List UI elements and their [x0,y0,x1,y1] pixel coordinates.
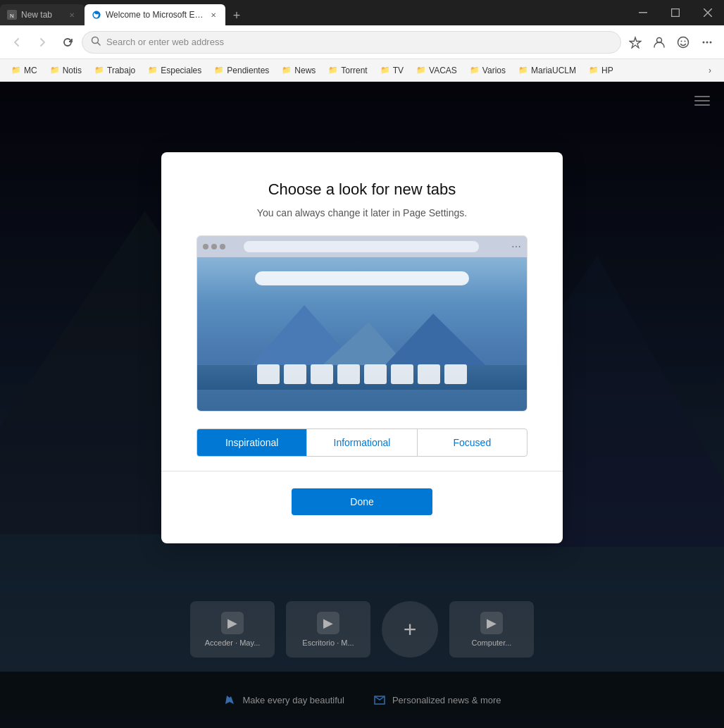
address-bar-text: Search or enter web address [106,37,224,47]
svg-point-12 [703,41,705,43]
tab-new-tab[interactable]: N New tab ✕ [0,4,85,25]
toolbar: Search or enter web address [0,25,724,59]
bookmark-hp[interactable]: 📁 HP [583,64,619,77]
preview-tile-5 [364,364,387,384]
preview-tile-1 [257,364,280,384]
tab-new-tab-close[interactable]: ✕ [66,9,77,20]
preview-tiles [257,364,467,384]
preview-tile-8 [444,364,467,384]
folder-icon-notis: 📁 [50,66,60,75]
bookmark-pendientes[interactable]: 📁 Pendientes [208,64,275,77]
preview-address-bar [244,241,479,252]
dialog-preview: ⋯ [196,235,528,412]
search-icon [91,36,101,48]
favorites-button[interactable] [624,31,647,54]
bookmark-hp-label: HP [601,66,613,75]
bookmark-pendientes-label: Pendientes [227,66,269,75]
bookmark-vacas[interactable]: 📁 VACAS [411,64,463,77]
svg-rect-2 [639,12,647,13]
preview-tile-6 [391,364,413,384]
preview-browser-bar: ⋯ [197,236,527,257]
folder-icon-torrent: 📁 [328,66,338,75]
preview-tile-7 [418,364,440,384]
bookmarks-bar: 📁 MC 📁 Notis 📁 Trabajo 📁 Especiales 📁 Pe… [0,59,724,82]
bookmark-mariauclm[interactable]: 📁 MariaUCLM [513,64,582,77]
back-button[interactable] [6,31,28,54]
new-tab-favicon: N [7,10,17,20]
preview-tile-2 [284,364,306,384]
tab-strip: N New tab ✕ Welcome to Microsoft Edge Be… [0,0,627,25]
forward-button[interactable] [31,31,54,54]
dialog-subtitle: You can always change it later in Page S… [196,207,528,218]
svg-rect-3 [672,9,680,17]
bookmarks-more-button[interactable]: › [701,62,718,79]
bookmark-torrent-label: Torrent [341,66,367,75]
svg-point-13 [706,41,709,43]
preview-nav-dot-3 [220,244,225,249]
bookmark-varios[interactable]: 📁 Varios [464,64,511,77]
svg-text:N: N [10,13,14,19]
maximize-button[interactable] [659,0,692,25]
dialog-title: Choose a look for new tabs [196,180,528,199]
bookmark-notis[interactable]: 📁 Notis [44,64,87,77]
bookmark-notis-label: Notis [63,66,82,75]
close-button[interactable] [692,0,724,25]
more-button[interactable] [696,31,718,54]
folder-icon-pendientes: 📁 [214,66,224,75]
option-focused[interactable]: Focused [418,429,527,456]
bookmark-trabajo-label: Trabajo [107,66,135,75]
bookmark-varios-label: Varios [482,66,506,75]
done-button[interactable]: Done [292,488,432,515]
option-informational[interactable]: Informational [307,429,417,456]
preview-tile-3 [311,364,333,384]
dialog: Choose a look for new tabs You can alway… [161,152,563,543]
bookmark-tv-label: TV [393,66,404,75]
preview-nav-dot-1 [203,244,208,249]
folder-icon-varios: 📁 [470,66,480,75]
new-tab-button[interactable]: + [227,6,246,25]
bookmark-especiales[interactable]: 📁 Especiales [142,64,207,77]
bookmark-vacas-label: VACAS [429,66,457,75]
bookmark-mc[interactable]: 📁 MC [6,64,43,77]
preview-nav-dots [203,244,225,249]
svg-point-11 [685,40,686,42]
bookmark-trabajo[interactable]: 📁 Trabajo [89,64,141,77]
folder-icon-hp: 📁 [589,66,599,75]
folder-icon-especiales: 📁 [148,66,158,75]
tab-edge-welcome-close[interactable]: ✕ [208,9,218,20]
tab-new-tab-label: New tab [21,10,52,20]
folder-icon-tv: 📁 [380,66,390,75]
layout-options: Inspirational Informational Focused [196,428,528,457]
preview-menu-icon: ⋯ [511,241,521,252]
emoji-button[interactable] [672,31,694,54]
bookmark-news[interactable]: 📁 News [276,64,321,77]
bookmark-news-label: News [294,66,316,75]
dialog-overlay: Choose a look for new tabs You can alway… [0,82,724,728]
title-bar: N New tab ✕ Welcome to Microsoft Edge Be… [0,0,724,25]
folder-icon-mariauclm: 📁 [518,66,528,75]
dialog-divider [161,471,563,471]
tab-edge-welcome[interactable]: Welcome to Microsoft Edge Bet... ✕ [85,4,225,25]
minimize-button[interactable] [627,0,659,25]
option-inspirational[interactable]: Inspirational [197,429,307,456]
bookmark-torrent[interactable]: 📁 Torrent [323,64,373,77]
folder-icon-trabajo: 📁 [94,66,104,75]
bookmark-especiales-label: Especiales [161,66,201,75]
reload-button[interactable] [56,31,79,54]
folder-icon-news: 📁 [282,66,292,75]
svg-point-14 [710,41,712,43]
window-controls [627,0,724,25]
main-content: ▶ Acceder · May... ▶ Escritorio · M... +… [0,82,724,728]
folder-icon-vacas: 📁 [416,66,426,75]
tab-edge-welcome-label: Welcome to Microsoft Edge Bet... [106,10,204,20]
edge-favicon [92,10,101,20]
svg-point-10 [681,40,682,42]
svg-line-7 [98,43,101,46]
preview-tile-4 [337,364,360,384]
bookmark-tv[interactable]: 📁 TV [375,64,409,77]
address-bar[interactable]: Search or enter web address [82,31,621,54]
preview-search-bar [255,271,469,285]
profile-button[interactable] [648,31,670,54]
bookmark-mariauclm-label: MariaUCLM [531,66,576,75]
bookmark-mc-label: MC [24,66,37,75]
